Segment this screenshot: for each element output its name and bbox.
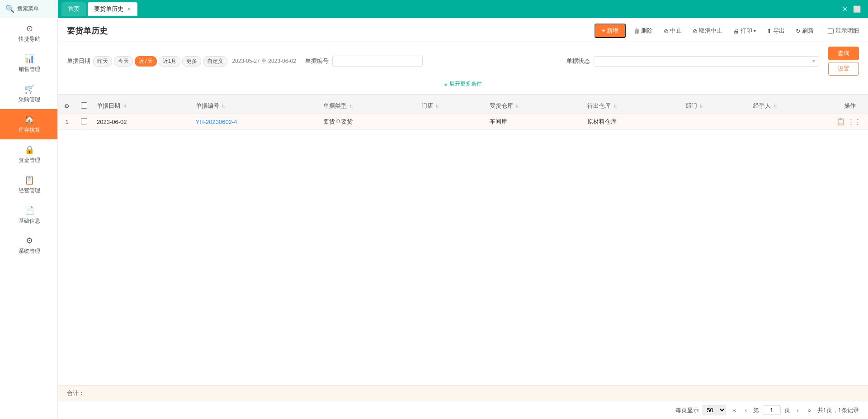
basic-icon: 📄 [24, 205, 34, 215]
sidebar-item-purchase[interactable]: 🛒采购管理 [0, 79, 57, 109]
window-close-icon[interactable]: ✕ [842, 5, 848, 13]
doc-number-input[interactable] [332, 56, 423, 67]
date-btn-today[interactable]: 今天 [114, 56, 133, 67]
th-type: 单据类型 ⇅ [319, 98, 416, 114]
page-label: 第 [753, 406, 759, 414]
expand-more-row: ≡ 展开更多条件 [67, 78, 859, 90]
stop-button[interactable]: ⊘ 中止 [661, 25, 684, 37]
sidebar-item-inventory[interactable]: 🏠库存核算 [0, 109, 57, 139]
expand-more-icon: ≡ [444, 81, 447, 87]
row-checkbox[interactable] [81, 118, 87, 124]
query-button[interactable]: 查询 [828, 47, 859, 60]
first-page-btn[interactable]: « [730, 406, 738, 414]
row-store [417, 114, 485, 130]
sidebar-item-quick-nav[interactable]: ⊙快捷导航 [0, 18, 57, 48]
req-warehouse-sort-icon[interactable]: ⇅ [515, 104, 519, 109]
new-button[interactable]: + 新增 [594, 24, 626, 38]
sidebar-item-label: 资金管理 [19, 157, 40, 164]
pagination-bar: 每页显示 50 10 20 100 « ‹ 第 页 › » 共1页，1条记录 [58, 401, 868, 419]
status-dropdown-icon[interactable]: ▾ [812, 58, 815, 64]
th-department: 部门 ⇅ [681, 98, 749, 114]
print-arrow-icon: ▾ [754, 29, 756, 33]
department-sort-icon[interactable]: ⇅ [699, 104, 703, 109]
pending-warehouse-sort-icon[interactable]: ⇅ [613, 104, 617, 109]
status-label: 单据状态 [566, 57, 590, 65]
tab-close-btn[interactable]: ✕ [127, 6, 131, 12]
row-type: 要货单要货 [319, 114, 416, 130]
table-header-row: ⚙ 单据日期 ⇅ 单据编号 ⇅ 单据类型 ⇅ 门店 ⇅ 要货仓库 ⇅ 待出仓库 … [58, 98, 868, 114]
th-settings[interactable]: ⚙ [58, 98, 76, 114]
display-detail-input[interactable] [828, 28, 834, 34]
handler-sort-icon[interactable]: ⇅ [774, 104, 777, 109]
export-button[interactable]: ⬆ 导出 [764, 25, 788, 37]
row-pending-warehouse: 原材料仓库 [583, 114, 680, 130]
inventory-icon: 🏠 [24, 114, 34, 124]
last-page-btn[interactable]: » [805, 406, 813, 414]
sidebar-item-finance[interactable]: 🔒资金管理 [0, 139, 57, 170]
number-sort-icon[interactable]: ⇅ [222, 104, 225, 109]
date-sort-icon[interactable]: ⇅ [123, 104, 127, 109]
date-btn-7days[interactable]: 近7天 [135, 56, 157, 67]
date-btn-more[interactable]: 更多 [182, 56, 201, 67]
th-handler: 经手人 ⇅ [749, 98, 832, 114]
delete-icon: 🗑 [634, 28, 640, 34]
content-area: 要货单历史 + 新增 🗑 删除 ⊘ 中止 ⊘ 取消中止 🖨 打印 [58, 18, 868, 419]
th-store: 门店 ⇅ [417, 98, 485, 114]
prev-page-btn[interactable]: ‹ [742, 406, 750, 414]
date-btn-1month[interactable]: 近1月 [159, 56, 181, 67]
filter-action-btns: 查询 设置 [828, 47, 859, 76]
next-page-btn[interactable]: › [794, 406, 801, 414]
window-resize-icon[interactable]: ⬜ [853, 5, 861, 13]
date-filter-label: 单据日期 [67, 57, 90, 65]
sidebar-item-sales[interactable]: 📊销售管理 [0, 48, 57, 79]
settings-button[interactable]: 设置 [828, 62, 859, 76]
sidebar-search-label: 搜索菜单 [17, 5, 39, 13]
status-input[interactable] [598, 58, 812, 65]
cancel-stop-button[interactable]: ⊘ 取消中止 [690, 25, 725, 37]
sidebar-item-label: 库存核算 [19, 126, 40, 134]
status-filter: 单据状态 ▾ [566, 56, 819, 67]
page-header: 要货单历史 + 新增 🗑 删除 ⊘ 中止 ⊘ 取消中止 🖨 打印 [58, 18, 868, 42]
per-page-label: 每页显示 [675, 406, 699, 414]
row-handler [749, 114, 832, 130]
refresh-button[interactable]: ↻ 刷新 [793, 25, 816, 37]
row-edit-icon[interactable]: 📋 [836, 118, 845, 126]
finance-icon: 🔒 [24, 145, 34, 155]
per-page-select[interactable]: 50 10 20 100 [703, 405, 726, 415]
th-action: 操作 [832, 98, 868, 114]
date-btn-yesterday[interactable]: 昨天 [93, 56, 112, 67]
type-sort-icon[interactable]: ⇅ [349, 104, 353, 109]
page-input[interactable] [763, 405, 781, 415]
sidebar-item-basic[interactable]: 📄基础信息 [0, 200, 57, 230]
sidebar-item-label: 经营管理 [19, 187, 40, 195]
print-button[interactable]: 🖨 打印 ▾ [731, 25, 759, 37]
doc-number-label: 单据编号 [305, 57, 329, 65]
expand-more-btn[interactable]: ≡ 展开更多条件 [442, 78, 483, 90]
sidebar-item-label: 采购管理 [19, 96, 40, 104]
store-sort-icon[interactable]: ⇅ [435, 104, 439, 109]
tab-home[interactable]: 首页 [61, 2, 86, 16]
total-info: 共1页，1条记录 [817, 406, 859, 414]
row-more-icon[interactable]: ⋮⋮ [848, 118, 861, 126]
select-all-checkbox[interactable] [81, 102, 87, 109]
sidebar-item-operations[interactable]: 📋经营管理 [0, 170, 57, 200]
sales-icon: 📊 [24, 54, 34, 64]
filter-dates: 单据日期 昨天今天近7天近1月更多自定义 2023-05-27 至 2023-0… [67, 56, 296, 67]
tab-requisition-history[interactable]: 要货单历史✕ [88, 2, 137, 16]
sidebar-item-label: 基础信息 [19, 217, 40, 225]
sidebar-item-label: 快捷导航 [19, 35, 40, 43]
sidebar-search[interactable]: 🔍 搜索菜单 [0, 0, 57, 18]
delete-button[interactable]: 🗑 删除 [631, 25, 656, 37]
sidebar-item-label: 销售管理 [19, 66, 40, 73]
display-detail-checkbox[interactable]: 显示明细 [828, 27, 859, 35]
print-icon: 🖨 [733, 28, 739, 34]
footer-label: 合计： [67, 390, 85, 396]
sidebar-item-system[interactable]: ⚙系统管理 [0, 230, 57, 261]
toolbar: + 新增 🗑 删除 ⊘ 中止 ⊘ 取消中止 🖨 打印 ▾ [594, 24, 859, 38]
date-btn-custom[interactable]: 自定义 [203, 56, 227, 67]
row-number-link[interactable]: YH-20230602-4 [196, 119, 237, 125]
filter-row-1: 单据日期 昨天今天近7天近1月更多自定义 2023-05-27 至 2023-0… [67, 47, 859, 76]
th-pending-warehouse: 待出仓库 ⇅ [583, 98, 680, 114]
operations-icon: 📋 [24, 175, 34, 185]
page-suffix: 页 [784, 406, 790, 414]
